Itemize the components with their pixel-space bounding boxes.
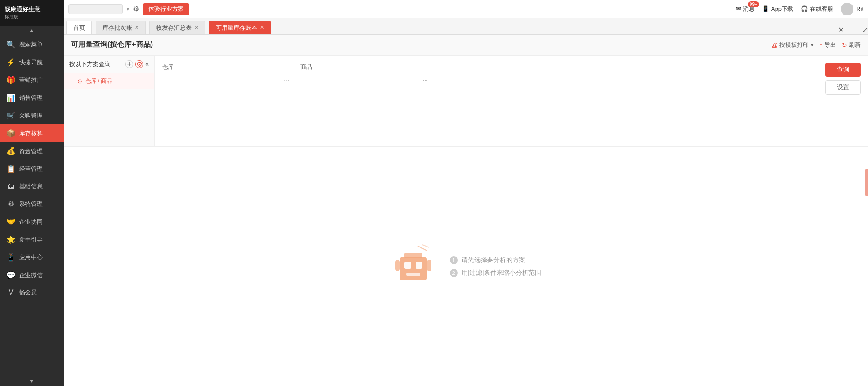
print-dropdown-icon: ▾ (811, 41, 814, 48)
goods-more-icon[interactable]: ··· (422, 76, 428, 83)
topbar-right: ✉ 消息 99+ 📱 App下载 🎧 在线客服 Rit (736, 3, 863, 15)
sidebar-item-member[interactable]: V 畅会员 (0, 284, 64, 301)
newbie-icon: 🌟 (6, 235, 15, 244)
online-service-label: 在线客服 (810, 5, 833, 13)
sidebar-item-marketing-promo[interactable]: 🎁 营销推广 (0, 71, 64, 89)
warehouse-more-icon[interactable]: ··· (284, 76, 289, 83)
scheme-item-warehouse-goods[interactable]: ⊙ 仓库+商品 (64, 73, 154, 89)
warehouse-input[interactable]: ··· (162, 73, 289, 87)
filter-scheme-label: 按以下方案查询 (69, 60, 111, 68)
query-button[interactable]: 查询 (825, 63, 861, 77)
tab-close-batch-account[interactable]: ✕ (135, 25, 139, 31)
sidebar-logo-sub: 标准版 (5, 14, 18, 20)
sidebar-item-label-quick: 快捷导航 (19, 58, 43, 67)
sidebar-item-label-inventory: 库存核算 (19, 129, 43, 138)
sidebar-item-search[interactable]: 🔍 搜索菜单 (0, 36, 64, 53)
tab-receipt-summary[interactable]: 收发存汇总表✕ (149, 21, 205, 34)
tab-available-ledger[interactable]: 可用量库存账本✕ (209, 21, 271, 34)
hint-number-2: 2 (450, 269, 458, 277)
basic-icon: 🗂 (6, 182, 15, 190)
svg-line-7 (418, 246, 427, 251)
sidebar-item-label-newbie: 新手引导 (19, 236, 43, 244)
sidebar-item-label-sales: 销售管理 (19, 94, 43, 102)
empty-hint-2: 2 用[过滤]条件来缩小分析范围 (450, 269, 542, 277)
tab-label-home: 首页 (73, 24, 85, 32)
close-all-tabs-button[interactable]: ✕ (838, 26, 844, 34)
quick-icon: ⚡ (6, 58, 15, 67)
marketing-promo-icon: 🎁 (6, 76, 15, 84)
user-menu[interactable]: Rit (841, 3, 863, 15)
sidebar-item-purchase[interactable]: 🛒 采购管理 (0, 107, 64, 124)
sidebar-logo: 畅康通好生意 标准版 (0, 0, 64, 26)
app-center-icon: 📱 (6, 253, 15, 262)
sidebar-item-label-basic: 基础信息 (19, 182, 43, 190)
filter-goods-field: 商品 ··· (300, 63, 428, 87)
refresh-label: 刷新 (849, 41, 861, 49)
sidebar-item-basic[interactable]: 🗂 基础信息 (0, 178, 64, 195)
phone-icon: 📱 (762, 5, 769, 12)
tab-close-receipt-summary[interactable]: ✕ (194, 25, 198, 31)
sidebar-item-inventory[interactable]: 📦 库存核算 (0, 124, 64, 142)
sidebar-item-finance[interactable]: 💰 资金管理 (0, 142, 64, 160)
sidebar-item-operations[interactable]: 📋 经营管理 (0, 160, 64, 178)
topbar-dropdown-icon[interactable]: ▾ (127, 6, 129, 12)
sidebar-item-label-operations: 经营管理 (19, 165, 43, 173)
online-service-button[interactable]: 🎧 在线客服 (801, 5, 833, 13)
filter-warehouse-field: 仓库 ··· (162, 63, 289, 87)
settings-scheme-icon[interactable]: ⚙ (135, 60, 143, 68)
warehouse-label: 仓库 (162, 63, 289, 71)
trial-industry-button[interactable]: 体验行业方案 (143, 3, 189, 15)
empty-hint-1: 1 请先选择要分析的方案 (450, 256, 542, 264)
sidebar-scroll-down[interactable]: ▼ (0, 376, 64, 386)
tab-label-receipt-summary: 收发存汇总表 (156, 24, 192, 32)
app-download-button[interactable]: 📱 App下载 (762, 5, 793, 13)
collapse-scheme-icon[interactable]: « (145, 60, 149, 68)
export-icon: ↑ (819, 41, 822, 49)
svg-rect-5 (427, 260, 431, 271)
sidebar-item-label-finance: 资金管理 (19, 147, 43, 155)
svg-rect-1 (404, 262, 411, 269)
sidebar-item-label-wechat: 企业微信 (19, 271, 43, 279)
sidebar-item-label-app-center: 应用中心 (19, 253, 43, 262)
sidebar-item-enterprise[interactable]: 🤝 企业协同 (0, 213, 64, 231)
sidebar-item-quick[interactable]: ⚡ 快捷导航 (0, 53, 64, 71)
sidebar-scroll-up[interactable]: ▲ (0, 26, 64, 36)
headset-icon: 🎧 (801, 5, 808, 12)
message-button[interactable]: ✉ 消息 99+ (736, 5, 755, 13)
sales-icon: 📊 (6, 93, 15, 102)
topbar-search-input[interactable] (68, 4, 123, 14)
print-icon: 🖨 (771, 41, 777, 49)
page-content: 可用量查询(按仓库+商品) 🖨 按模板打印 ▾ ↑ 导出 ↻ 刷新 (64, 35, 868, 386)
enterprise-icon: 🤝 (6, 217, 15, 226)
tab-home[interactable]: 首页 (66, 21, 92, 34)
svg-rect-0 (400, 257, 427, 280)
filter-actions: 查询 设置 (818, 56, 868, 146)
tab-close-available-ledger[interactable]: ✕ (260, 25, 264, 31)
tab-batch-account[interactable]: 库存批次账✕ (96, 21, 146, 34)
expand-window-button[interactable]: ⤢ (862, 26, 868, 34)
finance-icon: 💰 (6, 147, 15, 155)
goods-input[interactable]: ··· (300, 73, 428, 87)
inventory-icon: 📦 (6, 129, 15, 138)
export-action[interactable]: ↑ 导出 (819, 41, 836, 49)
settings-button[interactable]: 设置 (825, 80, 861, 95)
refresh-action[interactable]: ↻ 刷新 (842, 41, 861, 49)
sidebar-item-label-member: 畅会员 (19, 288, 37, 297)
empty-state: 1 请先选择要分析的方案 2 用[过滤]条件来缩小分析范围 (64, 147, 868, 386)
hint-number-1: 1 (450, 256, 458, 264)
svg-rect-6 (404, 253, 422, 258)
page-header: 可用量查询(按仓库+商品) 🖨 按模板打印 ▾ ↑ 导出 ↻ 刷新 (64, 35, 868, 56)
message-badge: 99+ (748, 1, 759, 7)
filter-area: 按以下方案查询 + ⚙ « ⊙ 仓库+商品 仓库 (64, 56, 868, 147)
sidebar-item-newbie[interactable]: 🌟 新手引导 (0, 231, 64, 248)
filter-scheme-panel: 按以下方案查询 + ⚙ « ⊙ 仓库+商品 (64, 56, 155, 146)
filter-scheme-header: 按以下方案查询 + ⚙ « (64, 56, 154, 73)
sidebar-item-app-center[interactable]: 📱 应用中心 (0, 248, 64, 266)
sidebar-item-wechat[interactable]: 💬 企业微信 (0, 266, 64, 284)
sidebar-item-sales[interactable]: 📊 销售管理 (0, 89, 64, 107)
topbar-settings-gear-icon[interactable]: ⚙ (133, 5, 139, 13)
sidebar-item-system[interactable]: ⚙ 系统管理 (0, 195, 64, 213)
print-action[interactable]: 🖨 按模板打印 ▾ (771, 41, 814, 49)
purchase-icon: 🛒 (6, 111, 15, 120)
add-scheme-icon[interactable]: + (125, 60, 133, 68)
